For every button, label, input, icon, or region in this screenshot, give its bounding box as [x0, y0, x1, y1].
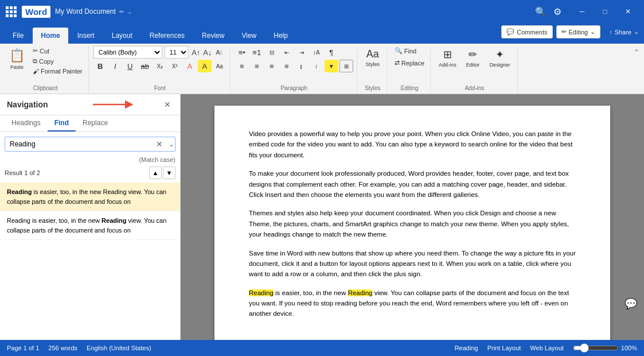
navigation-panel: Navigation ✕ Headings Find Replace — [0, 94, 181, 340]
designer-icon: ✦ — [495, 48, 504, 61]
editor-button[interactable]: ✏ Editor — [462, 46, 484, 70]
search-result-item[interactable]: Reading is easier, too, in the new Readi… — [0, 211, 180, 240]
tab-home[interactable]: Home — [33, 28, 68, 44]
addins-label: Add-ins — [435, 84, 514, 91]
language-indicator[interactable]: English (United States) — [87, 345, 151, 351]
result-count: Result 1 of 2 — [5, 169, 40, 176]
addins-button[interactable]: ⊞ Add-ins — [435, 46, 460, 70]
comments-button[interactable]: 💬 Comments — [501, 25, 552, 38]
paragraph-label: Paragraph — [235, 84, 353, 91]
status-bar: Page 1 of 1 256 words English (United St… — [0, 340, 644, 356]
line-spacing-button[interactable]: ↕ — [310, 60, 323, 72]
nav-header-right: ✕ — [93, 99, 173, 110]
search-icon[interactable]: 🔍 — [535, 6, 547, 17]
main-area: Navigation ✕ Headings Find Replace — [0, 94, 644, 340]
font-case-button[interactable]: Aa — [213, 60, 227, 72]
chevron-down-icon: ⌄ — [590, 28, 595, 36]
search-result-item[interactable]: Reading is easier, too, in the new Readi… — [0, 183, 180, 211]
close-button[interactable]: ✕ — [616, 0, 639, 23]
tab-insert[interactable]: Insert — [69, 28, 103, 44]
clear-search-button[interactable]: ✕ — [156, 140, 163, 149]
decrease-font-size-button[interactable]: A↓ — [202, 46, 213, 59]
search-input[interactable] — [5, 137, 175, 152]
find-icon: 🔍 — [395, 47, 403, 55]
paste-button[interactable]: 📋 Paste — [6, 46, 28, 72]
tab-references[interactable]: References — [142, 28, 193, 44]
bold-button[interactable]: B — [93, 60, 107, 72]
align-left-button[interactable]: ≡ — [235, 60, 249, 72]
result-text-2a: Reading is easier, too, in the new — [7, 217, 102, 224]
clipboard-group: 📋 Paste ✂ Cut ⧉ Copy 🖌 Format Painter Cl… — [2, 46, 89, 94]
word-count[interactable]: 256 words — [48, 345, 77, 351]
editing-button[interactable]: ✏ Editing ⌄ — [556, 25, 601, 38]
minimize-button[interactable]: ─ — [571, 0, 594, 23]
navigation-title: Navigation — [7, 100, 48, 109]
headings-tab[interactable]: Headings — [5, 115, 48, 131]
tab-review[interactable]: Review — [194, 28, 232, 44]
numbering-button[interactable]: ≡1 — [250, 46, 264, 59]
red-arrow-annotation — [93, 99, 139, 110]
decrease-indent-button[interactable]: ⇤ — [280, 46, 294, 59]
bullets-button[interactable]: ≡• — [235, 46, 249, 59]
tab-layout[interactable]: Layout — [104, 28, 140, 44]
align-center-button[interactable]: ≡ — [250, 60, 264, 72]
multilevel-list-button[interactable]: ⊟ — [265, 46, 279, 59]
superscript-button[interactable]: X² — [168, 60, 182, 72]
increase-font-size-button[interactable]: A↑ — [191, 46, 201, 59]
clipboard-label: Clipboard — [6, 84, 85, 91]
next-result-button[interactable]: ▼ — [163, 167, 175, 179]
result-highlight-1: Reading — [7, 188, 32, 195]
justify-button[interactable]: ≡ — [280, 60, 294, 72]
maximize-button[interactable]: □ — [594, 0, 616, 23]
collapse-ribbon-button[interactable]: ⌃ — [631, 46, 642, 94]
border-button[interactable]: ⊞ — [339, 60, 353, 72]
underline-button[interactable]: U — [123, 60, 137, 72]
clipboard-small-buttons: ✂ Cut ⧉ Copy 🖌 Format Painter — [30, 46, 85, 76]
reading-mode-button[interactable]: Reading — [455, 345, 478, 351]
designer-button[interactable]: ✦ Designer — [486, 46, 514, 70]
addins-group: ⊞ Add-ins ✏ Editor ✦ Designer Add-ins — [432, 46, 518, 94]
align-right-button[interactable]: ≡ — [265, 60, 279, 72]
search-options-dropdown[interactable]: ⌄ — [169, 140, 174, 148]
zoom-level[interactable]: 100% — [621, 345, 637, 351]
italic-button[interactable]: I — [108, 60, 122, 72]
print-layout-button[interactable]: Print Layout — [487, 345, 521, 351]
font-name-select[interactable]: Calibri (Body) — [93, 46, 162, 59]
show-paragraph-button[interactable]: ¶ — [325, 46, 338, 59]
title-bar: Word My Word Document ✏ ⌄ 🔍 ⚙ ─ □ ✕ — [0, 0, 644, 23]
font-color-button[interactable]: A — [183, 60, 197, 72]
zoom-slider[interactable] — [573, 343, 619, 353]
share-button[interactable]: ↑ Share ⌄ — [604, 25, 644, 38]
increase-indent-button[interactable]: ⇥ — [295, 46, 309, 59]
tab-help[interactable]: Help — [266, 28, 296, 44]
chevron-up-icon: ⌃ — [634, 48, 639, 56]
tab-file[interactable]: File — [5, 28, 32, 44]
replace-button[interactable]: ⇄ Replace — [392, 58, 427, 68]
settings-icon[interactable]: ⚙ — [553, 6, 561, 17]
find-tab[interactable]: Find — [48, 115, 76, 131]
page-info[interactable]: Page 1 of 1 — [7, 345, 39, 351]
format-painter-button[interactable]: 🖌 Format Painter — [30, 67, 85, 76]
column-layout-button[interactable]: ⫿ — [295, 60, 309, 72]
highlight-color-button[interactable]: A — [198, 60, 212, 72]
window-controls: ─ □ ✕ — [571, 0, 639, 23]
cut-button[interactable]: ✂ Cut — [30, 46, 85, 56]
tab-view[interactable]: View — [233, 28, 264, 44]
close-navigation-button[interactable]: ✕ — [162, 99, 173, 110]
sort-button[interactable]: ↕A — [310, 46, 323, 59]
previous-result-button[interactable]: ▲ — [149, 167, 162, 179]
styles-group: Aa Styles Styles — [358, 46, 388, 94]
strikethrough-button[interactable]: ab — [138, 60, 152, 72]
edit-icon: ✏ — [561, 28, 567, 36]
find-button[interactable]: 🔍 Find — [392, 46, 419, 56]
web-layout-button[interactable]: Web Layout — [530, 345, 564, 351]
font-size-select[interactable]: 11 — [165, 46, 189, 59]
apps-grid-icon[interactable] — [5, 5, 17, 18]
comment-marker[interactable]: 💬 — [625, 297, 637, 310]
copy-button[interactable]: ⧉ Copy — [30, 56, 85, 66]
clear-formatting-button[interactable]: A⃝ — [214, 46, 224, 59]
styles-button[interactable]: Aa Styles — [362, 46, 384, 69]
replace-tab[interactable]: Replace — [76, 115, 115, 131]
subscript-button[interactable]: X₂ — [153, 60, 167, 72]
shading-button[interactable]: ▼ — [325, 60, 338, 72]
